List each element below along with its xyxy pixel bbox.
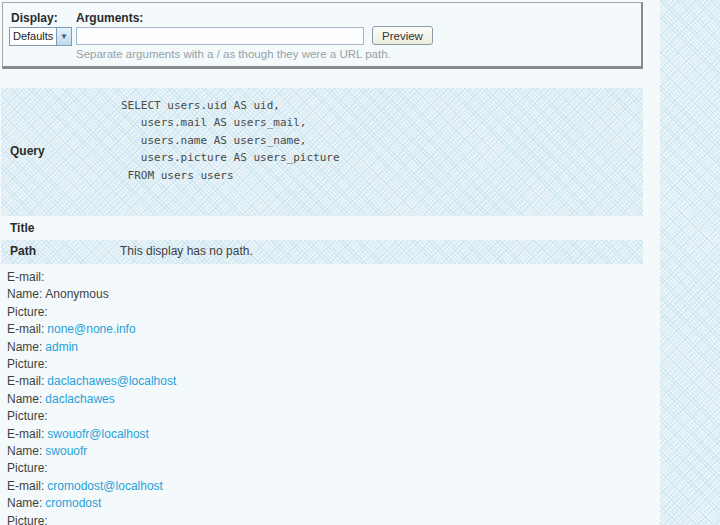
picture-field-label: Picture:	[7, 305, 48, 319]
name-field-label: Name:	[7, 496, 42, 510]
path-row: Path This display has no path.	[1, 240, 643, 264]
results-list: E-mail: Name:Anonymous Picture: E-mail:n…	[7, 269, 647, 525]
user-name-link[interactable]: admin	[45, 340, 78, 354]
picture-field-label: Picture:	[7, 357, 48, 371]
page: { "preview_form": { "display_label": "Di…	[0, 0, 720, 525]
result-picture-line: Picture:	[7, 356, 647, 373]
result-name-line: Name:Anonymous	[7, 286, 647, 303]
result-name-line: Name:cromodost	[7, 495, 647, 512]
user-email-link[interactable]: daclachawes@localhost	[47, 374, 176, 388]
user-name-text: Anonymous	[45, 287, 108, 301]
result-picture-line: Picture:	[7, 460, 647, 477]
result-name-line: Name:swouofr	[7, 443, 647, 460]
name-field-label: Name:	[7, 444, 42, 458]
picture-field-label: Picture:	[7, 409, 48, 423]
email-field-label: E-mail:	[7, 270, 44, 284]
title-row-label: Title	[10, 221, 34, 235]
path-row-label: Path	[10, 244, 36, 258]
display-select-value: Defaults	[10, 28, 56, 45]
display-label: Display:	[11, 11, 58, 25]
query-row-label: Query	[10, 144, 45, 158]
result-picture-line: Picture:	[7, 408, 647, 425]
result-name-line: Name:daclachawes	[7, 391, 647, 408]
result-email-line: E-mail:	[7, 269, 647, 286]
user-email-link[interactable]: swouofr@localhost	[47, 427, 149, 441]
user-name-link[interactable]: daclachawes	[45, 392, 114, 406]
result-email-line: E-mail:none@none.info	[7, 321, 647, 338]
result-picture-line: Picture:	[7, 513, 647, 525]
email-field-label: E-mail:	[7, 322, 44, 336]
picture-field-label: Picture:	[7, 514, 48, 525]
name-field-label: Name:	[7, 392, 42, 406]
email-field-label: E-mail:	[7, 427, 44, 441]
user-email-link[interactable]: none@none.info	[47, 322, 135, 336]
result-name-line: Name:admin	[7, 339, 647, 356]
user-name-link[interactable]: swouofr	[45, 444, 87, 458]
user-email-link[interactable]: cromodost@localhost	[47, 479, 163, 493]
preview-controls-fieldset: Display: Arguments: Defaults ▼ Preview S…	[2, 2, 643, 69]
email-field-label: E-mail:	[7, 479, 44, 493]
result-picture-line: Picture:	[7, 304, 647, 321]
result-email-line: E-mail:swouofr@localhost	[7, 426, 647, 443]
arguments-label: Arguments:	[76, 11, 143, 25]
query-sql-text: SELECT users.uid AS uid, users.mail AS u…	[121, 97, 340, 184]
result-email-line: E-mail:cromodost@localhost	[7, 478, 647, 495]
title-row: Title	[1, 215, 643, 240]
query-row: Query SELECT users.uid AS uid, users.mai…	[1, 88, 643, 215]
picture-field-label: Picture:	[7, 461, 48, 475]
display-select[interactable]: Defaults ▼	[9, 27, 72, 46]
main-content: Display: Arguments: Defaults ▼ Preview S…	[0, 0, 660, 525]
path-row-value: This display has no path.	[120, 244, 253, 258]
chevron-down-icon[interactable]: ▼	[56, 28, 71, 45]
result-email-line: E-mail:daclachawes@localhost	[7, 373, 647, 390]
email-field-label: E-mail:	[7, 374, 44, 388]
arguments-input[interactable]	[76, 27, 364, 45]
arguments-description: Separate arguments with a / as though th…	[76, 48, 391, 60]
name-field-label: Name:	[7, 340, 42, 354]
name-field-label: Name:	[7, 287, 42, 301]
preview-button[interactable]: Preview	[372, 26, 433, 45]
user-name-link[interactable]: cromodost	[45, 496, 101, 510]
